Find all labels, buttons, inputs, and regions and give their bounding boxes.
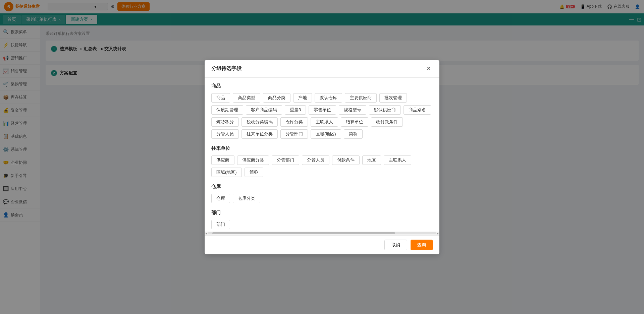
field-保质期管理[interactable]: 保质期管理: [211, 105, 243, 115]
field-分管人员-supplier[interactable]: 分管人员: [302, 155, 329, 165]
field-区域地区-supplier[interactable]: 区域(地区): [211, 168, 242, 177]
product-fields: 商品 商品类型 商品分类 产地 默认仓库 主要供应商 批次管理 保质期管理 客户…: [211, 93, 433, 139]
field-分管部门[interactable]: 分管部门: [280, 129, 308, 139]
section-department: 部门 部门: [211, 210, 433, 229]
field-默认仓库[interactable]: 默认仓库: [315, 93, 342, 103]
modal-field-select: 分组待选字段 × 商品 商品 商品类型 商品分类 产地 默认仓库 主要供应商 批…: [205, 60, 439, 254]
field-主要供应商[interactable]: 主要供应商: [345, 93, 377, 103]
cancel-button[interactable]: 取消: [384, 240, 407, 250]
field-供应商[interactable]: 供应商: [211, 155, 234, 165]
field-分管部门-supplier[interactable]: 分管部门: [272, 155, 299, 165]
field-仓库分类[interactable]: 仓库分类: [280, 117, 308, 127]
modal-overlay: 分组待选字段 × 商品 商品 商品类型 商品分类 产地 默认仓库 主要供应商 批…: [0, 0, 644, 314]
field-付款条件[interactable]: 付款条件: [332, 155, 360, 165]
field-仓库分类-wh[interactable]: 仓库分类: [233, 194, 260, 203]
field-重量3[interactable]: 重量3: [285, 105, 306, 115]
field-简称-supplier[interactable]: 简称: [245, 168, 263, 177]
field-分管人员[interactable]: 分管人员: [211, 129, 239, 139]
section-department-title: 部门: [211, 210, 433, 216]
field-商品分类[interactable]: 商品分类: [263, 93, 290, 103]
modal-body: 商品 商品 商品类型 商品分类 产地 默认仓库 主要供应商 批次管理 保质期管理…: [205, 78, 439, 232]
field-零售单位[interactable]: 零售单位: [309, 105, 336, 115]
field-区域地区-product[interactable]: 区域(地区): [311, 129, 341, 139]
field-商品[interactable]: 商品: [211, 93, 230, 103]
modal-close-button[interactable]: ×: [425, 65, 433, 73]
field-商品别名[interactable]: 商品别名: [404, 105, 431, 115]
field-产地[interactable]: 产地: [293, 93, 312, 103]
field-供应商分类[interactable]: 供应商分类: [237, 155, 269, 165]
section-product: 商品 商品 商品类型 商品分类 产地 默认仓库 主要供应商 批次管理 保质期管理…: [211, 83, 433, 139]
field-主联系人[interactable]: 主联系人: [311, 117, 338, 127]
scrollbar-thumb[interactable]: [212, 232, 395, 234]
field-批次管理[interactable]: 批次管理: [379, 93, 407, 103]
field-结算单位[interactable]: 结算单位: [341, 117, 368, 127]
field-收付款条件[interactable]: 收付款条件: [371, 117, 403, 127]
section-warehouse-title: 仓库: [211, 184, 433, 190]
section-supplier-title: 往来单位: [211, 145, 433, 151]
field-部门[interactable]: 部门: [211, 220, 230, 229]
field-客户商品编码[interactable]: 客户商品编码: [246, 105, 282, 115]
section-product-title: 商品: [211, 83, 433, 89]
department-fields: 部门: [211, 220, 433, 229]
scrollbar-track: [208, 232, 436, 234]
supplier-fields: 供应商 供应商分类 分管部门 分管人员 付款条件 地区 主联系人 区域(地区) …: [211, 155, 433, 177]
modal-title: 分组待选字段: [211, 65, 241, 72]
field-默认供应商[interactable]: 默认供应商: [369, 105, 401, 115]
field-炼货积分[interactable]: 炼货积分: [211, 117, 239, 127]
field-简称-product[interactable]: 简称: [344, 129, 363, 139]
field-往来单位分类[interactable]: 往来单位分类: [241, 129, 278, 139]
field-主联系人-supplier[interactable]: 主联系人: [384, 155, 411, 165]
modal-footer: 取消 查询: [205, 235, 439, 254]
field-税收分类编码[interactable]: 税收分类编码: [241, 117, 278, 127]
field-商品类型[interactable]: 商品类型: [233, 93, 260, 103]
field-地区[interactable]: 地区: [362, 155, 381, 165]
warehouse-fields: 仓库 仓库分类: [211, 194, 433, 203]
confirm-button[interactable]: 查询: [411, 240, 433, 250]
scrollbar-right-arrow[interactable]: ▸: [436, 232, 439, 235]
section-warehouse: 仓库 仓库 仓库分类: [211, 184, 433, 203]
modal-horizontal-scrollbar[interactable]: ◂ ▸: [205, 232, 439, 235]
field-仓库[interactable]: 仓库: [211, 194, 230, 203]
scrollbar-left-arrow[interactable]: ◂: [205, 232, 208, 235]
modal-header: 分组待选字段 ×: [205, 60, 439, 78]
field-规格型号[interactable]: 规格型号: [339, 105, 366, 115]
section-supplier: 往来单位 供应商 供应商分类 分管部门 分管人员 付款条件 地区 主联系人 区域…: [211, 145, 433, 177]
